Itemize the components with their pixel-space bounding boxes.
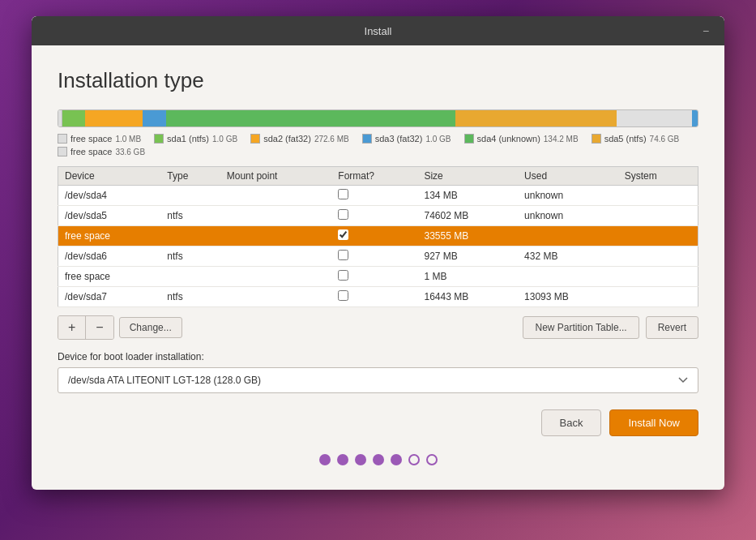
- legend-free-space-2: free space 33.6 GB: [58, 147, 145, 156]
- table-row[interactable]: free space33555 MB: [58, 226, 698, 246]
- bar-seg-3: [143, 110, 166, 126]
- revert-button[interactable]: Revert: [646, 316, 698, 339]
- table-row[interactable]: /dev/sda6ntfs927 MB432 MB: [58, 246, 698, 267]
- content-area: Installation type free space 1.0 MB sda1…: [32, 45, 724, 490]
- table-row[interactable]: /dev/sda7ntfs16443 MB13093 MB: [58, 287, 698, 307]
- progress-dot-2: [337, 454, 348, 465]
- legend-sda1: sda1 (ntfs) 1.0 GB: [154, 134, 237, 144]
- legend-label-free2: free space: [70, 147, 112, 156]
- bar-seg-6: [617, 110, 692, 126]
- bootloader-wrapper: /dev/sda ATA LITEONIT LGT-128 (128.0 GB): [58, 367, 698, 393]
- format-checkbox[interactable]: [338, 209, 348, 220]
- progress-dots: [58, 454, 698, 470]
- legend-color-free2: [58, 147, 67, 156]
- partition-toolbar: + − Change... New Partition Table... Rev…: [58, 315, 698, 340]
- progress-dot-5: [391, 454, 402, 465]
- back-button[interactable]: Back: [541, 409, 602, 436]
- legend-size-sda2: 272.6 MB: [314, 135, 349, 144]
- legend-free-space-1: free space 1.0 MB: [58, 134, 141, 144]
- legend-color-sda4: [464, 134, 474, 144]
- table-row[interactable]: free space1 MB: [58, 267, 698, 287]
- legend-color-sda3: [362, 134, 372, 144]
- col-device: Device: [58, 167, 161, 186]
- window-title: Install: [365, 25, 392, 37]
- legend-sda4: sda4 (unknown) 134.2 MB: [464, 134, 579, 144]
- progress-dot-6: [408, 454, 420, 465]
- legend-label-free1: free space: [70, 134, 112, 144]
- partition-table: Device Type Mount point Format? Size Use…: [58, 166, 698, 307]
- bootloader-select[interactable]: /dev/sda ATA LITEONIT LGT-128 (128.0 GB): [58, 367, 698, 393]
- format-checkbox[interactable]: [338, 250, 348, 260]
- legend-sda2: sda2 (fat32) 272.6 MB: [250, 134, 349, 144]
- toolbar-left-group: + −: [58, 315, 114, 340]
- legend-color-free1: [58, 134, 67, 144]
- table-header-row: Device Type Mount point Format? Size Use…: [58, 167, 698, 186]
- legend-label-sda4: sda4 (unknown): [477, 134, 540, 144]
- legend-label-sda5: sda5 (ntfs): [604, 134, 647, 144]
- legend-size-free2: 33.6 GB: [115, 148, 145, 156]
- legend-color-sda1: [154, 134, 164, 144]
- minimize-button[interactable]: −: [695, 20, 716, 41]
- col-system: System: [618, 167, 698, 186]
- titlebar-controls: −: [695, 20, 716, 41]
- col-type: Type: [160, 167, 220, 186]
- col-size: Size: [417, 167, 518, 186]
- titlebar: Install −: [32, 16, 724, 45]
- main-window: Install − Installation type free space 1…: [32, 16, 724, 490]
- bar-seg-1: [62, 110, 86, 126]
- progress-dot-3: [355, 454, 366, 465]
- bar-seg-4: [166, 110, 455, 126]
- table-row[interactable]: /dev/sda5ntfs74602 MBunknown: [58, 206, 698, 226]
- page-title: Installation type: [58, 68, 698, 93]
- partition-bar: [58, 109, 698, 127]
- legend-sda3: sda3 (fat32) 1.0 GB: [362, 134, 451, 144]
- legend-color-sda2: [250, 134, 260, 144]
- legend-label-sda1: sda1 (ntfs): [167, 134, 209, 144]
- legend-size-free1: 1.0 MB: [115, 135, 141, 144]
- format-checkbox[interactable]: [338, 229, 348, 240]
- legend-sda5: sda5 (ntfs) 74.6 GB: [592, 134, 680, 144]
- col-format: Format?: [331, 167, 417, 186]
- new-partition-table-button[interactable]: New Partition Table...: [523, 316, 639, 339]
- legend-color-sda5: [592, 134, 601, 144]
- bootloader-label: Device for boot loader installation:: [58, 351, 698, 362]
- progress-dot-4: [373, 454, 384, 465]
- table-row[interactable]: /dev/sda4134 MBunknown: [58, 186, 698, 206]
- partition-legend: free space 1.0 MB sda1 (ntfs) 1.0 GB sda…: [58, 134, 698, 156]
- toolbar-right-group: New Partition Table... Revert: [523, 316, 698, 339]
- legend-size-sda1: 1.0 GB: [212, 135, 237, 144]
- legend-size-sda5: 74.6 GB: [650, 135, 680, 144]
- progress-dot-1: [319, 454, 331, 465]
- add-partition-button[interactable]: +: [58, 316, 86, 339]
- bar-seg-7: [692, 110, 698, 126]
- format-checkbox[interactable]: [338, 290, 348, 301]
- legend-label-sda2: sda2 (fat32): [263, 134, 311, 144]
- col-mount: Mount point: [220, 167, 332, 186]
- format-checkbox[interactable]: [338, 270, 348, 281]
- bar-seg-2: [85, 110, 143, 126]
- change-partition-button[interactable]: Change...: [119, 317, 182, 338]
- progress-dot-7: [426, 454, 438, 465]
- format-checkbox[interactable]: [338, 189, 348, 199]
- legend-label-sda3: sda3 (fat32): [375, 134, 423, 144]
- legend-size-sda3: 1.0 GB: [425, 135, 451, 144]
- col-used: Used: [518, 167, 618, 186]
- action-buttons: Back Install Now: [58, 409, 698, 436]
- remove-partition-button[interactable]: −: [86, 316, 113, 339]
- legend-size-sda4: 134.2 MB: [544, 135, 579, 144]
- bar-seg-5: [455, 110, 617, 126]
- install-now-button[interactable]: Install Now: [609, 409, 698, 436]
